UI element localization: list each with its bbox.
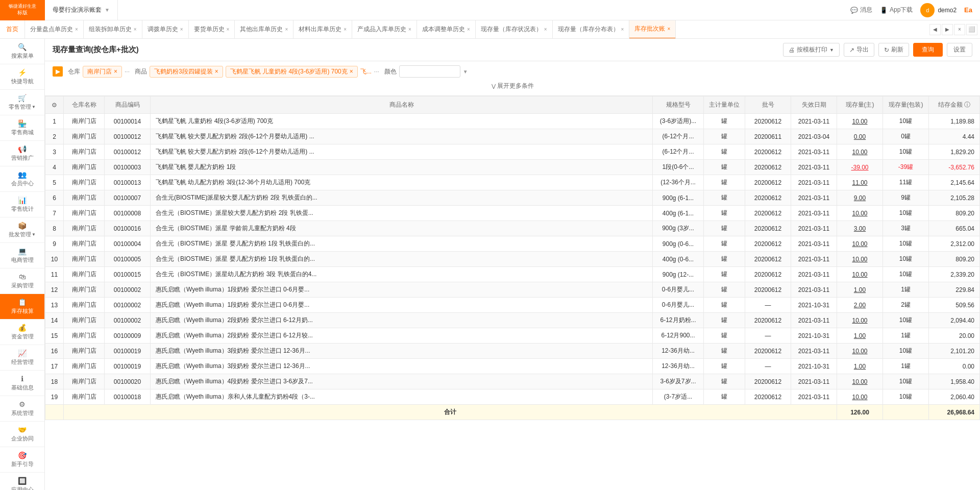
tab-cbtz[interactable]: 成本调整单历史× (417, 20, 476, 39)
tab-yaohuo[interactable]: 要货单历史× (189, 20, 235, 39)
product-filter-tag-1[interactable]: 飞鹤奶粉3段四罐提装 × (150, 66, 223, 78)
row-warehouse: 南岸门店 (64, 144, 105, 160)
tab-zuchaixi[interactable]: 组装拆卸单历史× (84, 20, 142, 39)
sidebar-item-retail[interactable]: 🛒 零售管理 ▼ (0, 90, 44, 115)
sidebar-item-quicknav[interactable]: ⚡ 快捷导航 (0, 64, 44, 90)
row-spec: 1段(0-6个... (653, 160, 704, 175)
refresh-btn[interactable]: ↻ 刷新 (878, 43, 909, 57)
product-tag-1-remove[interactable]: × (215, 68, 218, 75)
product-tag-2-remove[interactable]: × (350, 68, 353, 75)
row-stock-main[interactable]: 2.00 (837, 298, 883, 313)
row-batch: 20200612 (745, 282, 791, 298)
sidebar-item-wholesale[interactable]: 📦 批发管理 ▼ (0, 217, 44, 243)
row-spec: 12-36月幼... (653, 344, 704, 359)
row-stock-main[interactable]: 11.00 (837, 175, 883, 190)
row-amount: 2,145.64 (929, 175, 980, 190)
sidebar-item-inventory[interactable]: 📋 库存核算 (0, 294, 44, 320)
tab-clchuku[interactable]: 材料出库单历史× (293, 20, 352, 39)
warehouse-dots[interactable]: ··· (125, 68, 130, 75)
row-expire: 2021-03-11 (791, 190, 837, 206)
close-tab-1[interactable]: × (75, 27, 78, 32)
row-num: 14 (45, 313, 64, 328)
settings-btn[interactable]: 设置 (947, 43, 972, 57)
table-row: 18 南岸门店 00100020 惠氏启瞧（Wyeth illuma）4段奶粉 … (45, 374, 980, 389)
warehouse-filter-tag[interactable]: 南岸门店 × (83, 66, 122, 78)
row-stock-main[interactable]: 3.00 (837, 221, 883, 236)
close-tab-7[interactable]: × (408, 27, 411, 32)
tab-home[interactable]: 首页 (0, 20, 25, 39)
user-avatar[interactable]: d demo2 (920, 3, 957, 17)
row-code: 00100005 (105, 252, 151, 267)
close-tab-5[interactable]: × (285, 27, 288, 32)
industry-selector[interactable]: 母婴行业演示账套 ▼ (45, 0, 118, 20)
sidebar-item-guide[interactable]: 🎯 新手引导 (0, 447, 44, 473)
tab-fenliangpandian[interactable]: 分量盘点单历史× (25, 20, 84, 39)
color-filter-input[interactable] (399, 65, 460, 78)
tab-close-current[interactable]: × (954, 24, 965, 35)
row-stock-main[interactable]: 10.00 (837, 114, 883, 129)
row-code: 00100002 (105, 282, 151, 298)
tab-kcpcc[interactable]: 库存批次账× (629, 20, 676, 39)
sidebar-item-purchase[interactable]: 🛍 采购管理 (0, 268, 44, 294)
product-filter-tag-2[interactable]: 飞鹤星飞帆 儿童奶粉 4段(3-6岁适用) 700克 × (226, 66, 358, 78)
sidebar-item-members[interactable]: 👥 会员中心 (0, 166, 44, 192)
sidebar-item-finance[interactable]: 💰 资金管理 (0, 320, 44, 345)
tab-xclzk[interactable]: 现存量（库存状况表）× (476, 20, 553, 39)
row-num: 1 (45, 114, 64, 129)
row-stock-main[interactable]: 1.00 (837, 328, 883, 344)
row-stock-main[interactable]: 10.00 (837, 144, 883, 160)
query-btn[interactable]: 查询 (913, 43, 943, 57)
row-spec: 900g (6-1... (653, 190, 704, 206)
close-tab-9[interactable]: × (544, 27, 547, 32)
sidebar-item-system[interactable]: ⚙ 系统管理 (0, 396, 44, 422)
close-tab-11[interactable]: × (667, 26, 670, 32)
expand-more-btn[interactable]: ⋁ 展开更多条件 (486, 81, 539, 91)
sidebar-item-search[interactable]: 🔍 搜索菜单 (0, 39, 44, 64)
close-tab-4[interactable]: × (227, 27, 230, 32)
tab-scroll-right[interactable]: ▶ (942, 24, 953, 35)
export-btn[interactable]: ↗ 导出 (844, 43, 874, 57)
row-stock-main[interactable]: 10.00 (837, 313, 883, 328)
sidebar-item-app-center[interactable]: 🔲 应用中心 (0, 473, 44, 490)
close-tab-3[interactable]: × (180, 27, 183, 32)
close-tab-2[interactable]: × (134, 27, 137, 32)
sidebar-item-retail-stats[interactable]: 📊 零售统计 (0, 192, 44, 217)
row-stock-main[interactable]: 10.00 (837, 389, 883, 405)
row-stock-main[interactable]: 10.00 (837, 374, 883, 389)
warehouse-remove-icon[interactable]: × (114, 68, 117, 75)
col-settings[interactable]: ⚙ (45, 96, 64, 114)
row-stock-main[interactable]: 1.00 (837, 359, 883, 374)
tab-pcpcru[interactable]: 产成品入库单历史× (352, 20, 417, 39)
close-tab-10[interactable]: × (621, 27, 624, 32)
sidebar-item-marketing[interactable]: 📢 营销推广 (0, 141, 44, 166)
row-stock-main[interactable]: 10.00 (837, 206, 883, 221)
tab-qtchuku[interactable]: 其他出库单历史× (235, 20, 293, 39)
message-btn[interactable]: 💬 消息 (850, 6, 872, 14)
sidebar-item-operations[interactable]: 📈 经营管理 (0, 345, 44, 371)
print-btn[interactable]: 🖨 按模板打印 ▼ (783, 43, 840, 57)
close-tab-8[interactable]: × (467, 27, 470, 32)
row-stock-main[interactable]: 10.00 (837, 344, 883, 359)
row-stock-main[interactable]: 0.00 (837, 129, 883, 144)
row-stock-main[interactable]: 1.00 (837, 282, 883, 298)
row-stock-main[interactable]: 10.00 (837, 252, 883, 267)
row-stock-main[interactable]: 9.00 (837, 190, 883, 206)
operations-icon: 📈 (18, 349, 27, 357)
sidebar-item-enterprise[interactable]: 🤝 企业协同 (0, 422, 44, 447)
row-stock-main[interactable]: 10.00 (837, 236, 883, 252)
sidebar-item-basic-info[interactable]: ℹ 基础信息 (0, 371, 44, 396)
expand-filter-arrow[interactable]: ▶ (53, 66, 63, 77)
row-stock-main[interactable]: -39.00 (837, 160, 883, 175)
sidebar-item-ecommerce[interactable]: 💻 电商管理 (0, 243, 44, 268)
close-tab-6[interactable]: × (344, 27, 347, 32)
system-icon: ⚙ (19, 400, 26, 408)
tab-maximize[interactable]: ⬜ (966, 24, 977, 35)
app-download-btn[interactable]: 📱 App下载 (880, 6, 913, 14)
sidebar-item-retail-mall[interactable]: 🏪 零售商城 (0, 115, 44, 141)
tab-scroll-left[interactable]: ◀ (929, 24, 941, 35)
tab-diaobo[interactable]: 调拨单历史× (142, 20, 189, 39)
row-stock-main[interactable]: 10.00 (837, 267, 883, 282)
tab-xclksfb[interactable]: 现存量（库存分布表）× (553, 20, 630, 39)
row-stock-pkg: 0罐 (883, 129, 929, 144)
product-dots[interactable]: ··· (374, 68, 379, 75)
